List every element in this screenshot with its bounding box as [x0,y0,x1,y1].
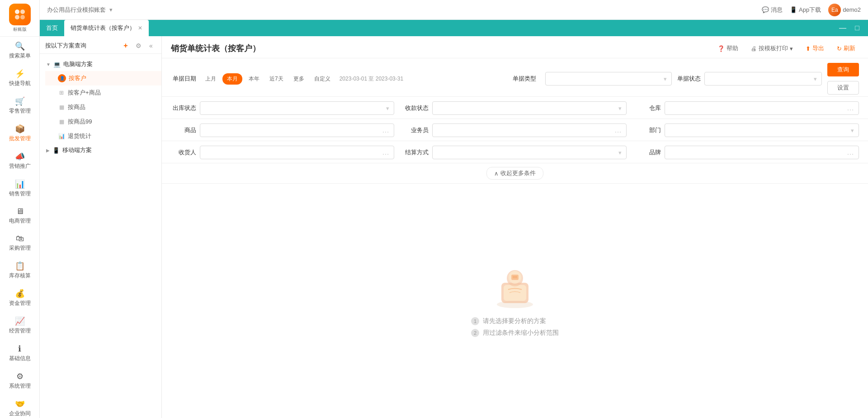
collapse-panel-btn[interactable]: « [146,41,156,51]
svg-point-3 [20,15,25,19]
order-type-input[interactable]: ▾ [545,72,672,86]
hint1-num: 1 [471,317,479,325]
add-scheme-btn[interactable]: + [121,41,131,51]
sidebar-item-purchase[interactable]: 🛍 采购管理 [0,229,39,256]
wholesale-icon: 📦 [15,124,25,134]
tab-home[interactable]: 首页 [40,20,64,36]
sidebar-label-wholesale: 批发管理 [9,135,31,142]
svg-point-2 [15,15,19,19]
recipient-label: 收货人 [171,148,196,157]
collapse-btn[interactable]: ∧ 收起更多条件 [486,167,543,180]
salesperson-filter-cell: 业务员 … [403,124,627,137]
sidebar-item-system[interactable]: ⚙ 系统管理 [0,367,39,394]
query-btn[interactable]: 查询 [827,63,859,76]
tree-group-mobile: ▶ 📱 移动端方案 [40,143,161,157]
department-input[interactable]: ▾ [665,124,859,137]
stock-icon: 📋 [15,261,25,271]
tree-item-by-goods[interactable]: ▦ 按商品 [45,100,161,114]
topbar: 办公用品行业模拟账套 ▾ 💬 消息 📱 App下载 Ea demo2 [40,0,868,20]
print-icon: 🖨 [751,45,757,52]
order-status-input[interactable]: ▾ [704,72,822,86]
sidebar-item-operation[interactable]: 📈 经营管理 [0,312,39,339]
logo-text: 标账版 [13,26,27,33]
operation-icon: 📈 [15,316,25,326]
goods-input[interactable]: … [200,124,394,137]
tab-close-btn[interactable]: ✕ [138,25,142,31]
refresh-btn[interactable]: ↻ 刷新 [833,43,859,54]
tree-group-pc-header[interactable]: ▼ 💻 电脑端方案 [40,57,161,71]
message-btn[interactable]: 💬 消息 [762,6,783,14]
app-download-label: App下载 [799,6,821,14]
tab-sales-stats[interactable]: 销货单统计表（按客户） ✕ [64,20,149,36]
sidebar-item-marketing[interactable]: 📣 营销推广 [0,147,39,175]
brand-input[interactable]: … [665,146,859,159]
sidebar-item-finance[interactable]: 💰 资金管理 [0,284,39,312]
goods-dots: … [382,126,389,134]
tree-item-by-customer-goods[interactable]: ⊞ 按客户+商品 [45,86,161,100]
export-icon: ⬆ [806,45,811,52]
date-btn-more[interactable]: 更多 [290,73,308,85]
user-area[interactable]: Ea demo2 [828,4,861,16]
sidebar-item-wholesale[interactable]: 📦 批发管理 [0,119,39,147]
order-type-filter: 单据类型 ▾ [409,72,672,86]
delivery-input[interactable]: ▾ [200,101,394,115]
sidebar-item-basic[interactable]: ℹ 基础信息 [0,339,39,367]
app-download-btn[interactable]: 📱 App下载 [790,6,821,14]
ecommerce-icon: 🖥 [16,207,24,216]
recipient-input[interactable]: … [200,146,394,159]
help-btn[interactable]: ❓ 帮助 [714,43,742,54]
payment-input[interactable]: ▾ [432,101,627,115]
tree-item-icon-customer: 👤 [58,74,66,82]
date-btn-7days[interactable]: 近7天 [266,73,287,85]
minimize-btn[interactable]: — [837,23,848,33]
tree-item-label-customer: 按客户 [69,74,86,82]
warehouse-input[interactable]: … [665,101,859,115]
topbar-right: 💬 消息 📱 App下载 Ea demo2 [762,4,861,16]
export-btn[interactable]: ⬆ 导出 [802,43,828,54]
purchase-icon: 🛍 [16,234,24,243]
delivery-dropdown: ▾ [386,105,389,112]
department-dropdown: ▾ [851,127,854,134]
sidebar-item-search[interactable]: 🔍 搜索菜单 [0,37,39,64]
warehouse-filter-cell: 仓库 … [636,101,859,115]
tree-item-by-goods99[interactable]: ▦ 按商品99 [45,114,161,129]
sidebar-label-enterprise: 企业协同 [9,410,31,418]
settings-btn[interactable]: 设置 [827,81,859,95]
sidebar-item-sales[interactable]: 📊 销售管理 [0,175,39,202]
left-panel-actions: + ⚙ « [121,41,156,51]
sidebar-item-retail[interactable]: 🛒 零售管理 [0,92,39,119]
order-status-filter: 单据状态 ▾ [677,72,822,86]
empty-illustration [488,265,542,310]
empty-hint-1: 1 请先选择要分析的方案 [471,317,546,325]
avatar: Ea [828,4,841,16]
help-label: 帮助 [726,44,738,52]
maximize-btn[interactable]: □ [852,23,863,33]
tree-group-mobile-header[interactable]: ▶ 📱 移动端方案 [40,143,161,157]
salesperson-input[interactable]: … [432,124,627,137]
date-btn-this-month[interactable]: 本月 [222,73,242,85]
tree-item-label-return: 退货统计 [68,132,91,140]
tree-item-by-customer[interactable]: 👤 按客户 [45,71,161,86]
date-btn-this-year[interactable]: 本年 [245,73,263,85]
topbar-title: 办公用品行业模拟账套 [47,6,106,14]
sales-icon: 📊 [15,179,25,189]
tree-group-pc: ▼ 💻 电脑端方案 👤 按客户 ⊞ 按客户+商品 [40,57,161,143]
tree-item-icon-customer-goods: ⊞ [58,89,65,96]
scheme-settings-btn[interactable]: ⚙ [133,41,143,51]
topbar-dropdown-icon[interactable]: ▾ [109,6,113,13]
recipient-dots: … [382,148,389,157]
sidebar-item-nav[interactable]: ⚡ 快捷导航 [0,64,39,92]
tree-item-return-stats[interactable]: 📊 退货统计 [45,129,161,143]
svg-point-0 [15,10,19,14]
search-icon: 🔍 [15,41,25,51]
template-print-btn[interactable]: 🖨 按模板打印 ▾ [747,43,797,54]
settlement-input[interactable]: ▾ [432,146,627,159]
filter-row-4: 收货人 … 结算方式 ▾ 品牌 … [162,141,868,163]
date-btn-last-month[interactable]: 上月 [202,73,220,85]
sidebar-label-marketing: 营销推广 [9,162,31,170]
sidebar-item-stock[interactable]: 📋 库存核算 [0,256,39,284]
date-btn-custom[interactable]: 自定义 [311,73,334,85]
sidebar-item-enterprise[interactable]: 🤝 企业协同 [0,394,39,418]
sidebar-item-ecommerce[interactable]: 🖥 电商管理 [0,202,39,229]
enterprise-icon: 🤝 [15,399,25,409]
